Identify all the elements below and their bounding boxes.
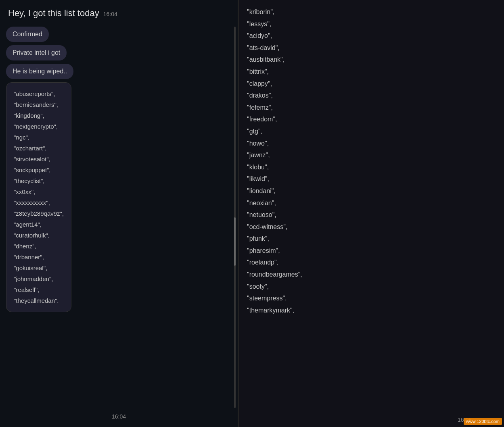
list-item: "ausbitbank", <box>247 54 496 66</box>
list-item: "drbanner", <box>14 252 64 262</box>
list-item: "steempress", <box>247 292 496 304</box>
list-item: "jawnz", <box>247 149 496 161</box>
list-item: "gtg", <box>247 125 496 137</box>
list-item: "freedom", <box>247 113 496 125</box>
list-item: "nextgencrypto", <box>14 121 64 132</box>
left-panel: Hey, I got this list today 16:04 Confirm… <box>0 0 238 427</box>
list-item: "howo", <box>247 137 496 150</box>
message-header-text: Hey, I got this list today <box>8 8 99 19</box>
list-item: "ozchartart", <box>14 143 64 154</box>
right-panel: "kriborin","lessys","acidyo","ats-david"… <box>238 0 504 427</box>
list-item: "abusereports", <box>14 88 64 99</box>
list-item: "drakos", <box>247 90 496 102</box>
list-item: "pharesim", <box>247 245 496 257</box>
right-list-content: "kriborin","lessys","acidyo","ats-david"… <box>247 4 496 318</box>
list-item: "pfunk", <box>247 233 496 245</box>
list-item: "bittrix", <box>247 66 496 78</box>
list-item: "sooty", <box>247 281 496 293</box>
list-item: "themarkymark", <box>247 304 496 317</box>
list-item: "likwid", <box>247 173 496 185</box>
list-item: "ats-david", <box>247 42 496 54</box>
list-item: "kriborin", <box>247 6 496 18</box>
watermark: www.120btc.com <box>464 418 502 425</box>
list-item: "liondani", <box>247 185 496 197</box>
list-item: "z8teyb289qav9z", <box>14 208 64 219</box>
list-item: "clappy", <box>247 78 496 90</box>
list-item: "xxxxxxxxxx", <box>14 197 64 208</box>
list-item: "acidyo", <box>247 30 496 42</box>
message-header-time: 16:04 <box>103 11 117 17</box>
list-item: "curatorhulk", <box>14 230 64 241</box>
list-item: "sockpuppet", <box>14 165 64 175</box>
list-item: "dhenz", <box>14 241 64 252</box>
left-list-bubble: "abusereports", "berniesanders", "kingdo… <box>6 82 71 312</box>
list-item: "gokuisreal", <box>14 262 64 273</box>
list-item: "netuoso", <box>247 209 496 221</box>
message-header: Hey, I got this list today 16:04 <box>0 4 238 25</box>
list-item: "roelandp", <box>247 256 496 269</box>
list-item: "realself", <box>14 284 64 295</box>
scrollbar-thumb[interactable] <box>234 217 236 266</box>
list-item: "roundbeargames", <box>247 269 496 281</box>
list-item: "agent14", <box>14 219 64 230</box>
chat-container: Hey, I got this list today 16:04 Confirm… <box>0 0 504 427</box>
list-item: "xx0xx", <box>14 186 64 197</box>
scrollbar-track[interactable] <box>234 27 236 408</box>
list-item: "kingdong", <box>14 110 64 121</box>
bubble-being-wiped: He is being wiped.. <box>6 64 73 79</box>
list-item: "ngc", <box>14 132 64 143</box>
list-item: "theycallmedan". <box>14 295 64 306</box>
list-item: "ocd-witness", <box>247 221 496 233</box>
list-item: "neoxian", <box>247 197 496 209</box>
right-list: "kriborin","lessys","acidyo","ats-david"… <box>247 4 496 423</box>
bubble-container: Confirmed Private intel i got He is bein… <box>0 25 238 410</box>
list-item: "klobu", <box>247 161 496 173</box>
bubble-private-intel: Private intel i got <box>6 45 67 60</box>
left-timestamp: 16:04 <box>0 410 238 423</box>
list-item: "berniesanders", <box>14 99 64 110</box>
list-item: "fefemz", <box>247 102 496 114</box>
list-item: "johnmadden", <box>14 273 64 284</box>
list-item: "lessys", <box>247 18 496 30</box>
list-item: "sirvotesalot", <box>14 154 64 165</box>
bubble-confirmed: Confirmed <box>6 27 49 42</box>
list-item: "thecyclist", <box>14 175 64 186</box>
